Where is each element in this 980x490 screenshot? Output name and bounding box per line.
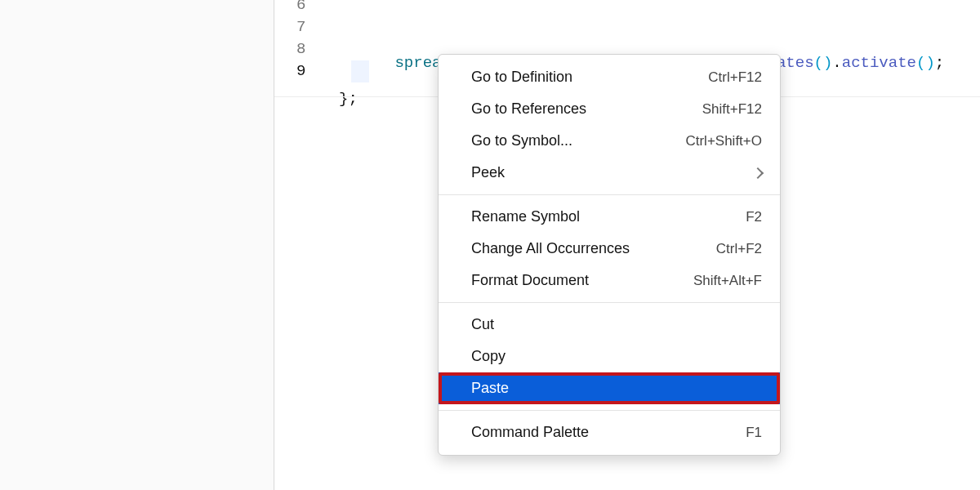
menu-item-copy[interactable]: Copy: [439, 341, 780, 372]
menu-item-shortcut: Shift+Alt+F: [693, 273, 762, 289]
menu-item-paste[interactable]: Paste: [439, 372, 780, 404]
editor-vertical-divider: [274, 0, 274, 490]
menu-separator: [439, 302, 780, 303]
menu-item-label: Format Document: [471, 272, 693, 289]
line-number-gutter: 6789: [296, 0, 305, 82]
menu-item-label: Peek: [471, 164, 747, 181]
editor-root: 6789 spreadsheet.getActiveRange().remove…: [0, 0, 980, 490]
menu-item-label: Command Palette: [471, 424, 746, 441]
line-number: 6: [296, 0, 305, 16]
menu-item-shortcut: F1: [746, 425, 762, 441]
line-number: 7: [296, 16, 305, 38]
menu-item-shortcut: Shift+F12: [702, 101, 762, 118]
menu-item-label: Go to References: [471, 100, 702, 118]
token-function: activate: [842, 54, 916, 72]
menu-item-go-sym[interactable]: Go to Symbol...Ctrl+Shift+O: [439, 125, 780, 157]
menu-separator: [439, 410, 780, 411]
menu-item-label: Copy: [471, 348, 762, 365]
menu-item-go-ref[interactable]: Go to ReferencesShift+F12: [439, 93, 780, 125]
editor-context-menu: Go to DefinitionCtrl+F12Go to References…: [438, 54, 781, 456]
menu-item-label: Change All Occurrences: [471, 240, 716, 257]
menu-item-change-all[interactable]: Change All OccurrencesCtrl+F2: [439, 233, 780, 265]
menu-item-shortcut: Ctrl+Shift+O: [685, 133, 762, 149]
menu-item-cmd-pal[interactable]: Command PaletteF1: [439, 416, 780, 448]
code-line-6: spreadsheet.getActiveRange().removeDupli…: [339, 30, 980, 52]
menu-item-rename[interactable]: Rename SymbolF2: [439, 201, 780, 233]
menu-item-peek[interactable]: Peek: [439, 157, 780, 189]
menu-item-format[interactable]: Format DocumentShift+Alt+F: [439, 265, 780, 296]
line-number: 9: [296, 60, 305, 82]
menu-item-label: Cut: [471, 316, 762, 333]
editor-left-margin: [0, 0, 274, 490]
chevron-right-icon: [752, 167, 764, 178]
menu-item-label: Paste: [471, 380, 762, 397]
menu-item-shortcut: F2: [746, 209, 762, 225]
menu-item-shortcut: Ctrl+F12: [708, 69, 762, 86]
line-number: 8: [296, 38, 305, 60]
menu-item-label: Rename Symbol: [471, 208, 746, 225]
menu-item-label: Go to Definition: [471, 69, 708, 86]
menu-separator: [439, 194, 780, 195]
menu-item-label: Go to Symbol...: [471, 132, 685, 149]
menu-item-go-def[interactable]: Go to DefinitionCtrl+F12: [439, 61, 780, 93]
menu-item-shortcut: Ctrl+F2: [716, 241, 762, 257]
menu-item-cut[interactable]: Cut: [439, 309, 780, 341]
